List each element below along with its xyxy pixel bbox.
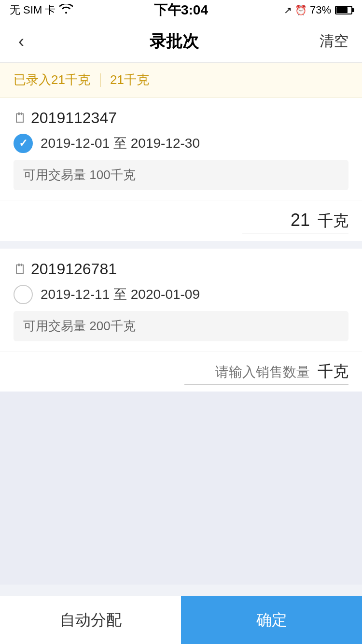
wifi-icon	[59, 4, 73, 16]
batch2-number: 2019126781	[31, 260, 117, 278]
batch1-header: 🗒 2019112347	[14, 109, 348, 127]
recorded-label: 已录入21千克	[14, 71, 90, 88]
battery-icon	[335, 6, 352, 14]
batch1-quantity-input[interactable]	[262, 210, 310, 230]
batch1-row[interactable]: ✓ 2019-12-01 至 2019-12-30	[14, 134, 348, 153]
auto-distribute-button[interactable]: 自动分配	[0, 596, 181, 644]
status-right: ↗ ⏰ 73%	[284, 4, 352, 16]
batch1-checkmark: ✓	[19, 137, 28, 150]
batch1-date-range: 2019-12-01 至 2019-12-30	[41, 134, 200, 153]
batch1-availability: 可用交易量 100千克	[14, 160, 348, 190]
batch2-details: 🗒 2019126781 2019-12-11 至 2020-01-09 可用交…	[0, 249, 362, 351]
background-spacer	[0, 392, 362, 585]
battery-percent: 73%	[310, 4, 331, 16]
back-button[interactable]: ‹	[14, 27, 29, 56]
page-title: 录批次	[150, 30, 199, 53]
batch2-unit: 千克	[318, 361, 348, 382]
clear-button[interactable]: 清空	[320, 31, 348, 51]
recorded-value: 21千克	[110, 71, 149, 88]
banner-divider	[100, 73, 100, 87]
batch1-card: 🗒 2019112347 ✓ 2019-12-01 至 2019-12-30 可…	[0, 98, 362, 241]
batch2-checkbox[interactable]	[14, 285, 33, 304]
alarm-icon: ⏰	[295, 4, 307, 16]
batch2-availability: 可用交易量 200千克	[14, 311, 348, 341]
confirm-button[interactable]: 确定	[181, 596, 362, 644]
batch1-unit: 千克	[318, 210, 348, 232]
batch1-icon: 🗒	[14, 110, 27, 126]
status-bar: 无 SIM 卡 下午3:04 ↗ ⏰ 73%	[0, 0, 362, 20]
info-banner: 已录入21千克 21千克	[0, 63, 362, 98]
batch2-quantity-input[interactable]	[184, 364, 310, 380]
location-icon: ↗	[284, 4, 292, 16]
batch1-details: 🗒 2019112347 ✓ 2019-12-01 至 2019-12-30 可…	[0, 98, 362, 200]
section-divider	[0, 241, 362, 249]
batch1-quantity-row: 千克	[0, 200, 362, 241]
status-left: 无 SIM 卡	[10, 3, 73, 17]
batch2-quantity-row: 千克	[0, 351, 362, 392]
batch2-card: 🗒 2019126781 2019-12-11 至 2020-01-09 可用交…	[0, 249, 362, 392]
batch2-row[interactable]: 2019-12-11 至 2020-01-09	[14, 285, 348, 304]
batch2-icon: 🗒	[14, 261, 27, 277]
batch1-number: 2019112347	[31, 109, 117, 127]
batch2-header: 🗒 2019126781	[14, 260, 348, 278]
batch2-date-range: 2019-12-11 至 2020-01-09	[41, 285, 200, 304]
nav-bar: ‹ 录批次 清空	[0, 20, 362, 63]
batch1-checkbox[interactable]: ✓	[14, 134, 33, 153]
no-sim-label: 无 SIM 卡	[10, 3, 56, 17]
bottom-bar: 自动分配 确定	[0, 596, 362, 644]
status-time: 下午3:04	[154, 1, 208, 19]
